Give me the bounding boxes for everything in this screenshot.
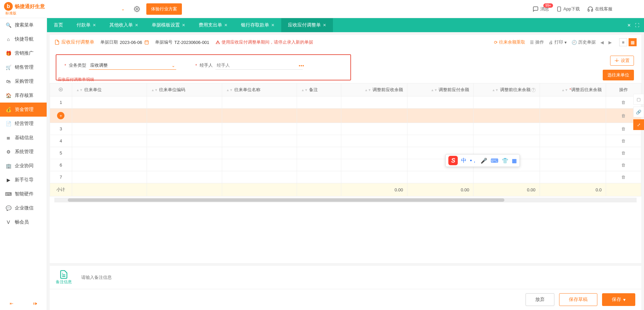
cell-unit[interactable] [72,135,147,147]
cell-unit-code[interactable] [147,159,222,171]
doc-date-value[interactable]: 2023-06-06 [120,40,142,45]
rail-note-button[interactable]: ▢ [633,94,644,105]
ime-toolbox-icon[interactable]: ▦ [512,158,517,164]
cell-pre-recv[interactable] [341,171,407,183]
online-service-button[interactable]: 在线客服 [587,6,612,12]
table-row[interactable]: 1🗑 [50,97,641,109]
rebalance-button[interactable]: ⟳往来余额重取 [494,39,525,45]
cell-pre-pay[interactable] [407,97,474,109]
close-icon[interactable]: ✕ [93,23,96,27]
cell-pre-balance[interactable] [474,97,540,109]
cell-unit-name[interactable] [222,109,297,123]
col-pre-balance[interactable]: ▲▼调整前往来余额? [474,83,540,97]
print-button[interactable]: 🖨打印▾ [549,39,567,45]
add-row-button[interactable]: + [57,112,64,119]
cell-remark[interactable] [297,109,341,123]
sound-icon[interactable]: 🕪 [33,301,37,306]
tab-other-income[interactable]: 其他收入单✕ [103,18,145,32]
cell-pre-pay[interactable] [407,171,474,183]
remark-input[interactable] [78,271,635,283]
sidebar-item-sales[interactable]: 🛒销售管理 [0,60,47,74]
settings-gear-button[interactable] [132,4,142,14]
cell-pre-recv[interactable] [341,109,407,123]
rail-attach-button[interactable]: 🔗 [633,107,644,117]
sidebar-item-newbie[interactable]: ▶新手引导 [0,173,47,187]
cell-unit-name[interactable] [222,171,297,183]
sidebar-item-inventory[interactable]: 🏠库存核算 [0,88,47,103]
close-icon[interactable]: ✕ [323,23,326,27]
select-unit-button[interactable]: 选往来单位 [603,70,634,80]
ellipsis-icon[interactable]: ••• [299,63,304,68]
cell-unit-code[interactable] [147,123,222,135]
tab-expense[interactable]: 费用支出单✕ [192,18,234,32]
cell-remark[interactable] [297,147,341,159]
sidebar-item-basic[interactable]: ≣基础信息 [0,131,47,145]
tab-ar-ap-adjust[interactable]: 应收应付调整单✕ [281,18,333,32]
cell-post-balance[interactable] [540,147,606,159]
company-selector[interactable]: ⌄ [58,4,128,14]
cell-remark[interactable] [297,171,341,183]
sidebar-item-system[interactable]: ⚙系统管理 [0,145,47,159]
cell-post-balance[interactable] [540,171,606,183]
sidebar-item-quick-nav[interactable]: ⌂快捷导航 [0,32,47,46]
delete-icon[interactable]: 🗑 [621,163,626,168]
save-draft-button[interactable]: 保存草稿 [559,293,597,306]
delete-icon[interactable]: 🗑 [621,113,626,118]
cell-pre-pay[interactable] [407,135,474,147]
tab-home[interactable]: 首页 [47,18,70,32]
handler-input[interactable] [215,61,303,70]
delete-icon[interactable]: 🗑 [621,150,626,156]
close-all-icon[interactable]: ✕ [627,23,631,28]
delete-icon[interactable]: 🗑 [621,100,626,105]
col-pre-recv[interactable]: ▲▼调整前应收余额 [341,83,407,97]
close-icon[interactable]: ✕ [135,23,138,27]
col-unit[interactable]: ▲▼往来单位 [72,83,147,97]
sidebar-item-purchase[interactable]: 🛍采购管理 [0,74,47,88]
table-row[interactable]: 3🗑 [50,123,641,135]
cell-unit[interactable] [72,123,147,135]
sidebar-item-membership[interactable]: V畅会员 [0,215,47,229]
cell-pre-recv[interactable] [341,135,407,147]
tab-payment[interactable]: 付款单✕ [70,18,103,32]
prev-icon[interactable]: ◀ [600,40,604,45]
cell-pre-recv[interactable] [341,97,407,109]
cell-remark[interactable] [297,135,341,147]
view-list-button[interactable]: ≡ [619,38,627,46]
close-icon[interactable]: ✕ [224,23,228,27]
sidebar-item-funds[interactable]: 💰资金管理 [0,103,47,117]
col-post-balance[interactable]: ▲▼*调整后往来余额 [540,83,606,97]
cell-unit-code[interactable] [147,109,222,123]
cell-remark[interactable] [297,97,341,109]
cell-pre-recv[interactable] [341,147,407,159]
cell-pre-balance[interactable] [474,109,540,123]
ime-skin-icon[interactable]: 👕 [502,158,508,164]
col-gear[interactable] [50,83,72,97]
cell-pre-recv[interactable] [341,159,407,171]
cell-post-balance[interactable] [540,97,606,109]
cell-unit[interactable] [72,147,147,159]
calendar-icon[interactable] [144,40,149,45]
cell-unit-code[interactable] [147,97,222,109]
cell-post-balance[interactable] [540,109,606,123]
cell-unit[interactable] [72,159,147,171]
cell-post-balance[interactable] [540,135,606,147]
cell-unit[interactable] [72,109,147,123]
cell-unit-name[interactable] [222,123,297,135]
fullscreen-icon[interactable]: ⛶ [635,23,639,28]
cell-pre-balance[interactable] [474,135,540,147]
experience-solution-button[interactable]: 体验行业方案 [146,3,182,15]
ime-mic-icon[interactable]: 🎤 [481,158,487,164]
cell-pre-pay[interactable] [407,123,474,135]
rail-expand-button[interactable]: ⤢ [633,119,644,130]
ime-punct-icon[interactable]: •， [470,157,477,164]
sidebar-item-business[interactable]: 📄经营管理 [0,117,47,131]
horizontal-scrollbar[interactable] [54,198,637,202]
delete-icon[interactable]: 🗑 [621,138,626,143]
close-icon[interactable]: ✕ [182,23,185,27]
col-unit-code[interactable]: ▲▼往来单位编码 [147,83,222,97]
cell-post-balance[interactable] [540,159,606,171]
cell-unit-name[interactable] [222,135,297,147]
chevron-down-icon[interactable]: ⌄ [171,63,175,68]
view-card-button[interactable]: ▦ [629,38,637,46]
table-row[interactable]: 7🗑 [50,171,641,183]
